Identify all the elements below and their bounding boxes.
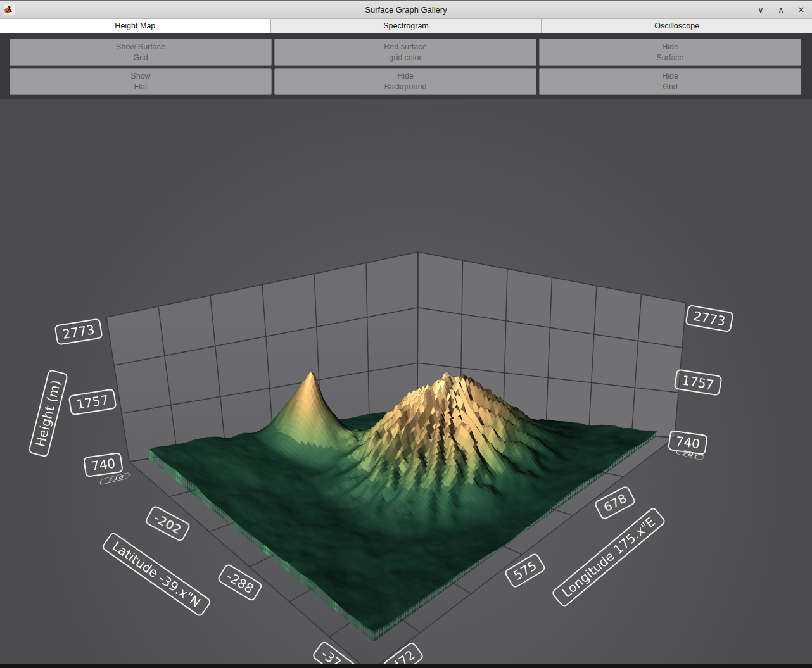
tab-height-map[interactable]: Height Map (0, 19, 271, 33)
maximize-icon[interactable]: ∧ (775, 5, 787, 15)
hide-background-button[interactable]: Hide Background (274, 68, 536, 95)
close-icon[interactable]: ✕ (796, 5, 807, 15)
show-flat-button[interactable]: Show Flat (10, 68, 272, 95)
tab-bar: Height Map Spectrogram Oscilloscope (0, 19, 812, 33)
app-window: X Surface Graph Gallery ∨ ∧ ✕ Height Map… (0, 0, 812, 668)
minimize-icon[interactable]: ∨ (755, 5, 766, 15)
window-titlebar[interactable]: X Surface Graph Gallery ∨ ∧ ✕ (0, 1, 812, 19)
desktop-strip (0, 664, 812, 668)
tab-spectrogram[interactable]: Spectrogram (271, 19, 542, 33)
hide-surface-button[interactable]: Hide Surface (539, 39, 801, 66)
window-controls: ∨ ∧ ✕ (755, 1, 807, 19)
show-surface-grid-button[interactable]: Show Surface Grid (10, 39, 272, 66)
tab-oscilloscope[interactable]: Oscilloscope (542, 19, 812, 33)
toolbar: Show Surface Grid Red surface grid color… (0, 33, 812, 99)
window-title: Surface Graph Gallery (0, 1, 812, 19)
surface-grid-color-button[interactable]: Red surface grid color (274, 39, 536, 66)
surface-3d-scene: 2773 1757 740 -116 Height (m) 2773 1757 … (0, 99, 812, 664)
hide-grid-button[interactable]: Hide Grid (539, 68, 801, 95)
